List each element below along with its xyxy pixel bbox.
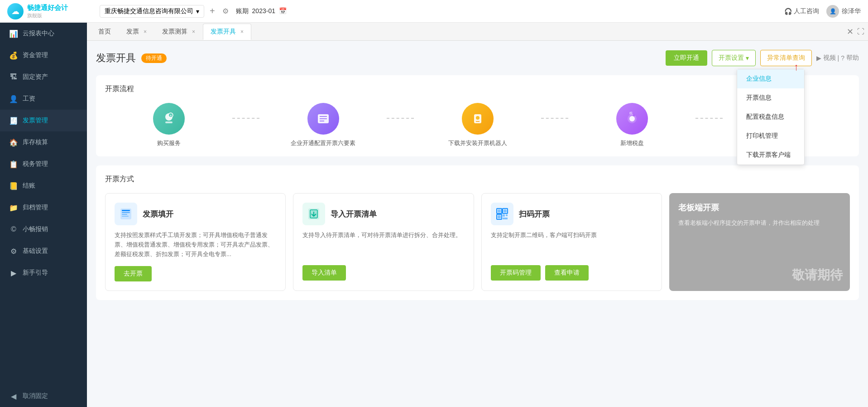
flow-divider-2 bbox=[387, 118, 414, 119]
logo-icon: ☁ bbox=[7, 3, 24, 19]
close-window-button[interactable]: ✕ bbox=[847, 27, 854, 37]
dropdown-item-printer[interactable]: 打印机管理 bbox=[737, 126, 804, 145]
close-accounts-icon: 📒 bbox=[9, 181, 18, 190]
calendar-icon: 📅 bbox=[279, 7, 287, 15]
sidebar-item-expense[interactable]: © 小畅报销 bbox=[0, 218, 87, 240]
sidebar-bottom: ◀ 取消固定 bbox=[0, 385, 87, 407]
svg-rect-21 bbox=[122, 212, 130, 213]
username: 徐泽华 bbox=[842, 7, 861, 15]
tab-invoice[interactable]: 发票 × bbox=[119, 24, 154, 39]
method-qr-desc: 支持定制开票二维码，客户端可扫码开票 bbox=[491, 231, 652, 258]
settings-button[interactable]: ⚙ bbox=[222, 7, 229, 15]
flow-step-3: 下载并安装开票机器人 bbox=[414, 103, 541, 147]
period-label: 账期 2023-01 📅 bbox=[236, 7, 287, 15]
chevron-down-icon: ▾ bbox=[196, 8, 199, 15]
main-area: 📊 云报表中心 💰 资金管理 🏗 固定资产 👤 工资 🧾 发票管理 🏠 bbox=[0, 23, 868, 407]
sidebar: 📊 云报表中心 💰 资金管理 🏗 固定资产 👤 工资 🧾 发票管理 🏠 bbox=[0, 23, 87, 407]
dropdown-item-invoice-info[interactable]: 开票信息 bbox=[737, 88, 804, 107]
settings-icon: ⚙ bbox=[9, 247, 18, 256]
svg-text:+: + bbox=[169, 114, 172, 118]
close-tab-invoice[interactable]: × bbox=[144, 29, 147, 35]
svg-point-9 bbox=[476, 116, 480, 120]
sidebar-item-salary[interactable]: 👤 工资 bbox=[0, 88, 87, 110]
page-header: 发票开具 待开通 立即开通 开票设置 ▾ 异常清单查询 ▶ 视频 bbox=[96, 50, 859, 66]
flow-divider-3 bbox=[541, 118, 568, 119]
add-company-button[interactable]: + bbox=[210, 6, 215, 16]
abnormal-list-button[interactable]: 异常清单查询 bbox=[760, 50, 812, 66]
sidebar-item-fixed-assets[interactable]: 🏗 固定资产 bbox=[0, 66, 87, 88]
sidebar-item-tax[interactable]: 📋 税务管理 bbox=[0, 153, 87, 175]
svg-rect-32 bbox=[498, 215, 501, 218]
sidebar-item-cloud-report[interactable]: 📊 云报表中心 bbox=[0, 23, 87, 44]
header-actions: 立即开通 开票设置 ▾ 异常清单查询 ▶ 视频 | ? 帮助 bbox=[666, 50, 859, 66]
top-actions: + ⚙ 账期 2023-01 📅 bbox=[210, 6, 287, 16]
sidebar-item-guide[interactable]: ▶ 新手引导 bbox=[0, 262, 87, 284]
flow-step-4: + 税 新增税盘 bbox=[568, 103, 695, 147]
cloud-report-icon: 📊 bbox=[9, 29, 18, 38]
qr-manage-button[interactable]: 开票码管理 bbox=[491, 265, 541, 281]
methods-section-title: 开票方式 bbox=[105, 174, 850, 184]
play-icon: ▶ bbox=[816, 54, 821, 62]
method-card-import: 导入开票清单 支持导入待开票清单，可对待开票清单进行拆分、合并处理。 导入清单 bbox=[293, 193, 474, 291]
guide-icon: ▶ bbox=[9, 268, 18, 277]
fill-invoice-button[interactable]: 去开票 bbox=[115, 266, 152, 281]
sidebar-item-settings[interactable]: ⚙ 基础设置 bbox=[0, 240, 87, 262]
dropdown-item-tax-config[interactable]: 配置税盘信息 bbox=[737, 107, 804, 126]
dropdown-item-download-client[interactable]: 下载开票客户端 bbox=[737, 145, 804, 165]
tab-home[interactable]: 首页 bbox=[91, 24, 119, 39]
chevron-down-icon: ▾ bbox=[746, 54, 749, 62]
company-name: 重庆畅捷交通信息咨询有限公司 bbox=[105, 7, 193, 15]
sidebar-item-invoice[interactable]: 🧾 发票管理 bbox=[0, 110, 87, 131]
tab-invoice-calc[interactable]: 发票测算 × bbox=[154, 24, 203, 39]
finance-icon: 💰 bbox=[9, 51, 18, 60]
svg-text:+: + bbox=[633, 113, 635, 118]
flow-icon-4: + 税 bbox=[616, 103, 648, 135]
svg-rect-1 bbox=[165, 121, 173, 123]
svg-rect-30 bbox=[504, 209, 507, 213]
close-tab-calc[interactable]: × bbox=[192, 29, 195, 35]
status-badge: 待开通 bbox=[141, 53, 167, 63]
method-card-boss: 老板端开票 查看老板端小程序提交的开票申请，并作出相应的处理 敬请期待 bbox=[669, 193, 850, 291]
method-fill-header: 发票填开 bbox=[115, 203, 276, 225]
consult-button[interactable]: 🎧 人工咨询 bbox=[784, 7, 819, 15]
sidebar-item-unpin[interactable]: ◀ 取消固定 bbox=[0, 385, 87, 407]
salary-icon: 👤 bbox=[9, 94, 18, 103]
svg-rect-20 bbox=[122, 210, 130, 211]
avatar: 👤 bbox=[826, 5, 839, 18]
sidebar-item-finance[interactable]: 💰 资金管理 bbox=[0, 44, 87, 66]
svg-rect-35 bbox=[503, 218, 508, 219]
flow-divider-1 bbox=[232, 118, 259, 119]
sidebar-item-archive[interactable]: 📁 归档管理 bbox=[0, 197, 87, 218]
method-import-header: 导入开票清单 bbox=[302, 203, 464, 225]
invoice-icon: 🧾 bbox=[9, 116, 18, 125]
flow-icon-1: + bbox=[153, 103, 185, 135]
activate-button[interactable]: 立即开通 bbox=[666, 50, 707, 66]
methods-section: 开票方式 bbox=[96, 165, 859, 300]
unpin-icon: ◀ bbox=[9, 392, 18, 401]
settings-button[interactable]: 开票设置 ▾ bbox=[712, 50, 756, 66]
maximize-button[interactable]: ⛶ bbox=[857, 28, 864, 36]
sidebar-item-inventory[interactable]: 🏠 库存核算 bbox=[0, 131, 87, 153]
tab-bar: 首页 发票 × 发票测算 × 发票开具 × ✕ ⛶ bbox=[87, 23, 868, 41]
logo-area: ☁ 畅捷通好会计 旗舰版 bbox=[7, 3, 94, 19]
view-apply-button[interactable]: 查看申请 bbox=[545, 265, 589, 281]
method-import-icon bbox=[302, 203, 325, 225]
svg-rect-28 bbox=[498, 209, 501, 213]
method-qr-icon bbox=[491, 203, 513, 225]
user-info[interactable]: 👤 徐泽华 bbox=[826, 5, 861, 18]
question-icon: ? bbox=[841, 54, 844, 62]
flow-icon-3 bbox=[462, 103, 494, 135]
video-help-button[interactable]: ▶ 视频 | ? 帮助 bbox=[816, 54, 859, 62]
logo-text: 畅捷通好会计 旗舰版 bbox=[27, 4, 68, 19]
import-list-button[interactable]: 导入清单 bbox=[302, 265, 346, 281]
archive-icon: 📁 bbox=[9, 203, 18, 212]
flow-divider-4 bbox=[695, 118, 723, 119]
close-tab-open[interactable]: × bbox=[240, 29, 244, 35]
sidebar-item-close-accounts[interactable]: 📒 结账 bbox=[0, 175, 87, 197]
company-selector[interactable]: 重庆畅捷交通信息咨询有限公司 ▾ bbox=[100, 5, 204, 18]
settings-dropdown: ↑ 企业信息 开票信息 配置税盘信息 bbox=[737, 69, 805, 165]
method-import-desc: 支持导入待开票清单，可对待开票清单进行拆分、合并处理。 bbox=[302, 231, 464, 258]
tab-invoice-open[interactable]: 发票开具 × bbox=[203, 24, 251, 40]
expense-icon: © bbox=[9, 225, 18, 234]
boss-card-title: 老板端开票 bbox=[678, 202, 841, 213]
